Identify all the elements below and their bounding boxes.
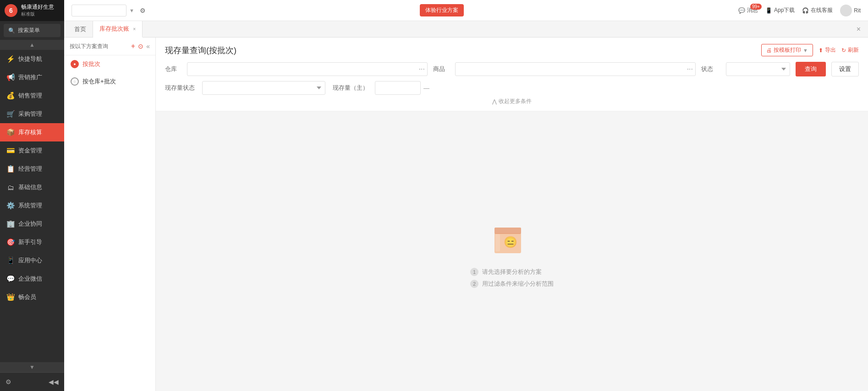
- print-dropdown-icon[interactable]: ▼: [803, 48, 808, 53]
- sidebar-logo: 6: [5, 4, 17, 17]
- page-title: 现存量查询(按批次): [165, 45, 236, 56]
- chevron-up-icon: ⋀: [492, 98, 497, 105]
- content-area: 按以下方案查询 + ⊙ « ● 按批次 ○ 按仓库+批次 现存量查询(按批次): [64, 38, 868, 391]
- query-button[interactable]: 查询: [796, 62, 826, 76]
- empty-svg: 😑: [489, 215, 530, 256]
- filter-scheme-by-warehouse-batch[interactable]: ○ 按仓库+批次: [64, 73, 155, 90]
- refresh-button[interactable]: ↻ 刷新: [841, 46, 859, 54]
- message-badge: 99+: [750, 4, 762, 10]
- sidebar-item-label: 资金管理: [18, 147, 42, 155]
- search-icon: 🔍: [8, 27, 15, 34]
- inventory-status-select[interactable]: [202, 81, 325, 95]
- sidebar-item-basic[interactable]: 🗂 基础信息: [0, 178, 64, 196]
- sidebar-item-system[interactable]: ⚙️ 系统管理: [0, 196, 64, 215]
- sidebar-header: 6 畅康通好生意 标准版: [0, 0, 64, 21]
- sidebar-item-vip[interactable]: 👑 畅会员: [0, 288, 64, 306]
- warehouse-input-wrap: ···: [187, 62, 428, 76]
- sidebar-footer: ⚙ ◀◀: [0, 372, 64, 391]
- topbar-search-area: ▼: [71, 5, 134, 16]
- topbar-gear-icon[interactable]: ⚙: [140, 7, 146, 14]
- sidebar-settings-btn[interactable]: ⚙: [4, 376, 13, 387]
- product-input-wrap: ···: [455, 62, 696, 76]
- sidebar-item-enterprise[interactable]: 🏢 企业协同: [0, 215, 64, 233]
- range-dash-icon: —: [423, 85, 429, 92]
- filter-panel-title: 按以下方案查询: [70, 43, 108, 50]
- sidebar-item-newbie[interactable]: 🎯 新手引导: [0, 233, 64, 251]
- basic-icon: 🗂: [6, 183, 15, 191]
- topbar-search-input[interactable]: [71, 5, 126, 16]
- sidebar-item-enterprise-wechat[interactable]: 💬 企业微信: [0, 270, 64, 288]
- refresh-label: 刷新: [848, 46, 859, 54]
- settings-button[interactable]: 设置: [831, 62, 859, 76]
- main-content: ▼ ⚙ 体验行业方案 💬 消息 99+ 📱 App下载 🎧 在线客服 Rit: [64, 0, 868, 391]
- tab-close-icon[interactable]: ×: [133, 26, 136, 32]
- print-button[interactable]: 🖨 按模板打印 ▼: [761, 44, 813, 56]
- tip-text-2: 用过滤条件来缩小分析范围: [482, 280, 554, 288]
- filter-row-1: 仓库 ··· 商品 ··· 状态: [165, 62, 859, 76]
- sidebar-item-finance[interactable]: 💳 资金管理: [0, 141, 64, 160]
- tab-home[interactable]: 首页: [68, 21, 93, 38]
- sidebar-item-sales[interactable]: 💰 销售管理: [0, 87, 64, 105]
- tab-inventory-batch-label: 库存批次账: [99, 25, 129, 33]
- sidebar-item-operation[interactable]: 📋 经营管理: [0, 160, 64, 178]
- filter-scheme-by-batch[interactable]: ● 按批次: [64, 55, 155, 73]
- app-download-icon: 📱: [765, 7, 772, 14]
- app-download-item[interactable]: 📱 App下载: [765, 6, 795, 14]
- export-button[interactable]: ⬆ 导出: [819, 46, 836, 54]
- warehouse-input[interactable]: [187, 62, 428, 76]
- sidebar-nav: ⚡ 快捷导航 📢 营销推广 💰 销售管理 🛒 采购管理 📦 库存核算 💳 资金管…: [0, 50, 64, 362]
- product-input[interactable]: [455, 62, 696, 76]
- sidebar-item-purchase[interactable]: 🛒 采购管理: [0, 105, 64, 123]
- inventory-status-wrap: 现存量状态: [165, 81, 325, 95]
- sidebar-item-app-center[interactable]: 📱 应用中心: [0, 251, 64, 270]
- query-title-row: 现存量查询(按批次) 🖨 按模板打印 ▼ ⬆ 导出 ↻: [165, 44, 859, 56]
- enterprise-wechat-icon: 💬: [6, 275, 15, 283]
- topbar-left: ▼ ⚙: [71, 5, 146, 16]
- warehouse-filter-group: 仓库 ···: [165, 62, 428, 76]
- operation-icon: 📋: [6, 165, 15, 173]
- filter-gear-icon[interactable]: ⊙: [138, 43, 143, 50]
- system-icon: ⚙️: [6, 201, 15, 210]
- message-item[interactable]: 💬 消息 99+: [738, 6, 758, 14]
- svg-rect-3: [495, 234, 500, 251]
- user-item[interactable]: Rit: [840, 5, 861, 16]
- status-select[interactable]: [726, 62, 790, 76]
- panel-close-button[interactable]: ×: [853, 25, 864, 33]
- filter-panel-actions: + ⊙ «: [131, 42, 150, 50]
- print-label: 按模板打印: [774, 46, 801, 54]
- topbar: ▼ ⚙ 体验行业方案 💬 消息 99+ 📱 App下载 🎧 在线客服 Rit: [64, 0, 868, 21]
- product-dots[interactable]: ···: [687, 65, 693, 73]
- sidebar-scroll-up[interactable]: ▲: [0, 40, 64, 50]
- filter-panel-header: 按以下方案查询 + ⊙ «: [64, 38, 155, 55]
- sidebar-search-label: 搜索菜单: [18, 27, 40, 34]
- sidebar-item-label: 快捷导航: [18, 55, 42, 63]
- filter-add-button[interactable]: +: [131, 42, 135, 50]
- sidebar-item-marketing[interactable]: 📢 营销推广: [0, 68, 64, 87]
- sidebar-scroll-down[interactable]: ▼: [0, 362, 64, 372]
- online-service-item[interactable]: 🎧 在线客服: [802, 6, 833, 14]
- inventory-range-start[interactable]: [375, 81, 421, 95]
- tip-num-2: 2: [470, 280, 478, 288]
- sidebar-search[interactable]: 🔍 搜索菜单: [4, 24, 60, 37]
- trial-button[interactable]: 体验行业方案: [420, 4, 464, 16]
- filter-scheme2-label: 按仓库+批次: [82, 77, 116, 86]
- tip-num-1: 1: [470, 268, 478, 276]
- sidebar-item-inventory[interactable]: 📦 库存核算: [0, 123, 64, 141]
- export-label: 导出: [825, 46, 836, 54]
- sidebar-item-label: 经营管理: [18, 165, 42, 173]
- newbie-icon: 🎯: [6, 238, 15, 246]
- sidebar-item-label: 畅会员: [18, 293, 36, 301]
- tab-inventory-batch[interactable]: 库存批次账 ×: [93, 21, 143, 38]
- topbar-search-dropdown-icon[interactable]: ▼: [129, 8, 134, 13]
- vip-icon: 👑: [6, 293, 15, 301]
- purchase-icon: 🛒: [6, 110, 15, 118]
- finance-icon: 💳: [6, 147, 15, 155]
- collapse-more-btn[interactable]: ⋀ 收起更多条件: [165, 95, 859, 106]
- filter-collapse-icon[interactable]: «: [146, 43, 150, 50]
- filter-row-2: 现存量状态 现存量（主） —: [165, 81, 859, 95]
- empty-illustration: 😑: [489, 215, 535, 261]
- sidebar-item-quick-nav[interactable]: ⚡ 快捷导航: [0, 50, 64, 68]
- sidebar-collapse-btn[interactable]: ◀◀: [47, 376, 60, 387]
- warehouse-dots[interactable]: ···: [419, 65, 425, 73]
- enterprise-icon: 🏢: [6, 220, 15, 228]
